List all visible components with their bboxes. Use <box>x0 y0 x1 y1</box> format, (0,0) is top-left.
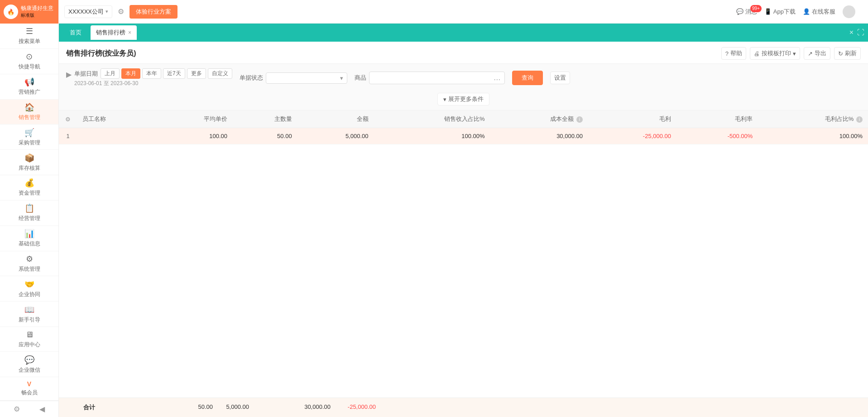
footer-gross: -25,000.00 <box>336 403 381 412</box>
tab-expand-icon[interactable]: ⛶ <box>857 29 864 37</box>
base-icon: 📊 <box>24 229 34 239</box>
operations-icon: 📋 <box>24 203 34 213</box>
table-footer: 合计 50.00 5,000.00 30,000.00 -25,000.00 <box>59 398 868 417</box>
col-header-gross-pct: 毛利占比% i <box>758 110 868 128</box>
query-btn[interactable]: 查询 <box>512 71 543 85</box>
sidebar-settings-btn[interactable]: ⚙ <box>14 405 20 413</box>
tab-window-close-icon[interactable]: × <box>849 29 854 37</box>
sidebar-collapse-btn[interactable]: ◀ <box>39 405 45 413</box>
message-icon: 💬 <box>736 8 743 15</box>
footer-gross-pct <box>417 403 454 412</box>
gross-pct-info-icon[interactable]: i <box>856 116 863 123</box>
sidebar-item-inventory[interactable]: 📦 库存核算 <box>0 150 58 175</box>
col-settings: ⚙ <box>59 110 77 128</box>
goods-select[interactable]: … <box>369 72 505 84</box>
sidebar-item-marketing[interactable]: 📢 营销推广 <box>0 74 58 100</box>
col-header-gross: 毛利 <box>588 110 676 128</box>
message-btn[interactable]: 💬 消息 99+ <box>736 8 757 16</box>
print-icon: 🖨 <box>754 50 760 57</box>
cell-rank: 1 <box>59 128 77 144</box>
online-service-btn[interactable]: 👤 在线客服 <box>803 8 835 16</box>
print-chevron-icon: ▾ <box>793 50 796 57</box>
content-area: 销售排行榜(按业务员) ? 帮助 🖨 按模板打印 ▾ ↗ 导出 ↻ 刷新 <box>59 42 868 417</box>
settings-btn2[interactable]: 设置 <box>550 72 570 84</box>
message-badge: 99+ <box>750 5 762 12</box>
date-btn-last-month[interactable]: 上月 <box>101 68 120 79</box>
cell-qty: 50.00 <box>233 128 297 144</box>
date-btn-this-year[interactable]: 本年 <box>142 68 161 79</box>
footer-label: 合计 <box>78 403 141 412</box>
home-tab-label: 首页 <box>70 29 82 37</box>
sidebar-item-search[interactable]: ☰ 搜索菜单 <box>0 24 58 49</box>
table-row: 1 100.00 50.00 5,000.00 100.00% 30,000.0… <box>59 128 868 144</box>
trial-btn[interactable]: 体验行业方案 <box>129 5 177 19</box>
sidebar-item-system[interactable]: ⚙ 系统管理 <box>0 251 58 277</box>
refresh-btn[interactable]: ↻ 刷新 <box>834 47 861 60</box>
sidebar-item-finance[interactable]: 💰 资金管理 <box>0 175 58 201</box>
cell-avg-price: 100.00 <box>155 128 233 144</box>
main-area: XXXXXX公司 ▾ ⚙ 体验行业方案 💬 消息 99+ 📱 App下载 👤 在… <box>59 0 868 417</box>
tab-home[interactable]: 首页 <box>62 24 89 42</box>
col-settings-icon[interactable]: ⚙ <box>65 116 71 123</box>
export-btn[interactable]: ↗ 导出 <box>804 47 830 60</box>
status-chevron-icon: ▾ <box>340 75 343 81</box>
tab-sales-ranking[interactable]: 销售排行榜 × <box>91 25 137 40</box>
chevron-down-icon: ▾ <box>443 96 446 103</box>
footer-cost: 30,000.00 <box>291 403 336 412</box>
sidebar-item-guide[interactable]: 📖 新手引导 <box>0 302 58 327</box>
cell-cost: 30,000.00 <box>490 128 588 144</box>
sidebar-item-collab[interactable]: 🤝 企业协同 <box>0 276 58 302</box>
marketing-icon: 📢 <box>24 77 34 87</box>
sidebar-item-wechat[interactable]: 💬 企业微信 <box>0 352 58 377</box>
collab-icon: 🤝 <box>24 279 34 289</box>
help-btn[interactable]: ? 帮助 <box>721 47 746 60</box>
tab-close-icon[interactable]: × <box>128 29 131 36</box>
ranking-table: ⚙ 员工名称 平均单价 主数量 全额 销售收入占比% 成本全额 i 毛利 毛利率 <box>59 110 868 144</box>
page-header: 销售排行榜(按业务员) ? 帮助 🖨 按模板打印 ▾ ↗ 导出 ↻ 刷新 <box>59 42 868 64</box>
sidebar-item-apps[interactable]: 🖥 应用中心 <box>0 327 58 352</box>
col-header-cost: 成本全额 i <box>490 110 588 128</box>
filter-expand-arrow[interactable]: ▶ <box>66 70 72 79</box>
print-btn[interactable]: 🖨 按模板打印 ▾ <box>750 47 800 60</box>
expand-more-conditions-btn[interactable]: ▾ 展开更多条件 <box>437 93 489 105</box>
cell-gross-rate: -500.00% <box>676 128 758 144</box>
sidebar-item-member[interactable]: V 畅会员 <box>0 377 58 401</box>
refresh-icon: ↻ <box>838 50 843 57</box>
topbar-right: 💬 消息 99+ 📱 App下载 👤 在线客服 <box>736 5 863 18</box>
goods-label: 商品 <box>355 74 366 82</box>
date-btn-more[interactable]: 更多 <box>187 68 206 79</box>
purchase-icon: 🛒 <box>24 128 34 138</box>
app-download-btn[interactable]: 📱 App下载 <box>764 8 796 16</box>
settings-icon[interactable]: ⚙ <box>116 5 126 18</box>
footer-avg-price <box>141 403 177 412</box>
sidebar-item-operations[interactable]: 📋 经营管理 <box>0 201 58 226</box>
goods-more-icon[interactable]: … <box>494 74 501 82</box>
date-label: 单据日期 <box>74 70 98 78</box>
cell-name <box>77 128 155 144</box>
cell-gross: -25,000.00 <box>588 128 676 144</box>
footer-sales-pct <box>254 403 291 412</box>
status-filter: 单据状态 ▾ <box>240 72 347 84</box>
sidebar-item-quick-nav[interactable]: ⊙ 快捷导航 <box>0 49 58 74</box>
page-title: 销售排行榜(按业务员) <box>66 49 136 58</box>
sidebar-item-sales[interactable]: 🏠 销售管理 <box>0 100 58 125</box>
col-header-qty: 主数量 <box>233 110 297 128</box>
footer-amount: 5,000.00 <box>218 403 254 412</box>
avatar[interactable] <box>843 5 855 18</box>
goods-filter: 商品 … <box>355 72 505 84</box>
sidebar-bottom: ⚙ ◀ <box>0 401 58 417</box>
sidebar-item-purchase[interactable]: 🛒 采购管理 <box>0 125 58 150</box>
date-btn-7days[interactable]: 近7天 <box>163 68 185 79</box>
guide-icon: 📖 <box>24 305 34 315</box>
cell-amount: 5,000.00 <box>297 128 374 144</box>
company-selector[interactable]: XXXXXX公司 ▾ <box>64 5 112 18</box>
status-select[interactable]: ▾ <box>266 72 347 84</box>
page-actions: ? 帮助 🖨 按模板打印 ▾ ↗ 导出 ↻ 刷新 <box>721 47 861 60</box>
col-header-sales-pct: 销售收入占比% <box>374 110 490 128</box>
date-btn-custom[interactable]: 自定义 <box>208 68 232 79</box>
cost-info-icon[interactable]: i <box>576 116 583 123</box>
sidebar-item-base[interactable]: 📊 基础信息 <box>0 226 58 251</box>
date-btn-this-month[interactable]: 本月 <box>121 68 140 79</box>
date-filter: ▶ 单据日期 上月 本月 本年 近7天 更多 自定义 <box>66 68 232 87</box>
logo-sub: 标准版 <box>21 12 53 19</box>
